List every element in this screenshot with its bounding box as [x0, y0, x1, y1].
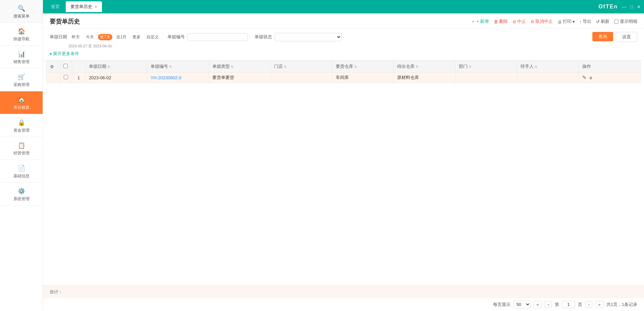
sidebar: 🔍 搜索菜单 🏠 快捷导航 📊 销售管理 🛒 采购管理 🏠 库存核算 🔒 资金管…	[0, 0, 43, 311]
tab-home[interactable]: 首页	[46, 1, 64, 12]
sidebar-item-sales[interactable]: 📊 销售管理	[0, 46, 43, 69]
page-title: 要货单历史	[50, 17, 471, 26]
row-checkbox[interactable]	[60, 73, 72, 83]
status-label: 单据状态	[255, 34, 272, 40]
delete-button[interactable]: 🗑 删除	[494, 18, 508, 25]
expand-icon: ▾	[50, 51, 52, 56]
col-index	[72, 61, 86, 73]
row-more-icon[interactable]: ≡	[589, 75, 592, 81]
system-icon: ⚙️	[18, 187, 25, 195]
window-maximize-btn[interactable]: □	[630, 4, 633, 9]
shortcut-custom[interactable]: 自定义	[145, 34, 161, 40]
date-shortcuts: 昨天 今天 近7天 近1月 更多 自定义	[70, 34, 161, 40]
cancel-label: 取消中止	[535, 18, 553, 25]
shortcut-more[interactable]: 更多	[130, 34, 143, 40]
inventory-icon: 🏠	[18, 96, 25, 103]
col-department[interactable]: 部门⇅	[455, 61, 517, 73]
tab-requisition-label: 要货单历史	[70, 4, 92, 10]
col-doc-date[interactable]: 单据日期⇅	[86, 61, 147, 73]
shortcut-yesterday[interactable]: 昨天	[70, 34, 82, 40]
sidebar-item-finance[interactable]: 🔒 资金管理	[0, 114, 43, 137]
date-filter-group: 单据日期 昨天 今天 近7天 近1月 更多 自定义	[50, 34, 161, 40]
row-store	[270, 73, 332, 83]
new-icon: ＋	[471, 18, 475, 25]
window-minimize-btn[interactable]: —	[622, 4, 626, 9]
stop-button[interactable]: ⊘ 中止	[513, 18, 526, 25]
select-all-checkbox[interactable]	[63, 64, 68, 68]
sidebar-item-operation[interactable]: 📋 经营管理	[0, 137, 43, 160]
col-store[interactable]: 门店⇅	[270, 61, 332, 73]
row-doc-no[interactable]: YH-20230602-0	[147, 73, 209, 83]
expand-filter-btn[interactable]: ▾ 展开更多条件	[50, 51, 637, 57]
setting-button[interactable]: 设置	[616, 32, 637, 42]
expand-label: 展开更多条件	[53, 51, 79, 57]
row-index: 1	[72, 73, 86, 83]
row-doc-date: 2023-06-02	[86, 73, 147, 83]
sidebar-item-quick-nav[interactable]: 🏠 快捷导航	[0, 23, 43, 46]
shortcut-today[interactable]: 今天	[84, 34, 96, 40]
sidebar-item-label: 经营管理	[13, 150, 30, 156]
window-close-btn[interactable]: ✕	[637, 4, 641, 9]
content-area: 要货单历史 ＋ + 新增 🗑 删除 ⊘ 中止 ⊘ 取消中止	[43, 13, 644, 311]
page-size-select[interactable]: 20 50 100	[513, 301, 531, 308]
show-detail-toggle[interactable]: 显示明细	[614, 18, 637, 25]
col-pending-warehouse[interactable]: 待出仓库⇅	[394, 61, 455, 73]
tab-close-icon[interactable]: ✕	[94, 5, 97, 9]
sort-doc-date-icon: ⇅	[107, 65, 110, 69]
main-area: 首页 要货单历史 ✕ OfTEn — □ ✕ 要货单历史 ＋ + 新增 🗑	[43, 0, 644, 311]
tab-requisition-history[interactable]: 要货单历史 ✕	[66, 1, 102, 12]
sidebar-item-basic[interactable]: 📄 基础信息	[0, 160, 43, 183]
sidebar-item-inventory[interactable]: 🏠 库存核算	[0, 91, 43, 114]
show-detail-checkbox[interactable]	[614, 19, 619, 24]
delete-icon: 🗑	[494, 19, 498, 24]
new-button[interactable]: ＋ + 新增	[471, 18, 489, 25]
sort-store-icon: ⇅	[284, 65, 286, 69]
doc-no-input[interactable]	[187, 33, 248, 41]
sidebar-item-label: 销售管理	[13, 59, 30, 65]
print-dropdown-icon[interactable]: ▾	[573, 19, 575, 24]
sidebar-item-label: 采购管理	[13, 82, 30, 88]
shortcut-7days[interactable]: 近7天	[98, 34, 112, 40]
query-button[interactable]: 查询	[592, 32, 613, 41]
sales-icon: 📊	[18, 50, 25, 58]
status-select[interactable]	[275, 33, 342, 41]
refresh-button[interactable]: ↺ 刷新	[596, 18, 609, 25]
sort-doc-no-icon: ⇅	[169, 65, 172, 69]
filter-area: 单据日期 昨天 今天 近7天 近1月 更多 自定义 单据编号	[43, 29, 644, 60]
pagination: 每页显示 20 50 100 « ‹ 第 页 › » 共1页，1条记录	[43, 298, 644, 311]
first-page-btn[interactable]: «	[533, 301, 542, 308]
col-req-warehouse[interactable]: 要货仓库⇅	[332, 61, 394, 73]
col-doc-no[interactable]: 单据编号⇅	[147, 61, 209, 73]
tab-home-label: 首页	[51, 4, 60, 10]
operation-icon: 📋	[18, 142, 25, 149]
row-edit-icon[interactable]: ✎	[582, 75, 587, 81]
col-checkbox	[60, 61, 72, 73]
prev-page-btn[interactable]: ‹	[545, 301, 552, 308]
col-doc-type[interactable]: 单据类型⇅	[209, 61, 270, 73]
sidebar-item-search-menu[interactable]: 🔍 搜索菜单	[0, 0, 43, 23]
row-settings	[47, 73, 60, 83]
col-action: 操作	[579, 61, 641, 73]
search-menu-icon: 🔍	[18, 5, 25, 12]
sidebar-item-purchase[interactable]: 🛒 采购管理	[0, 69, 43, 91]
status-filter-group: 单据状态	[255, 33, 342, 41]
quick-nav-icon: 🏠	[18, 28, 25, 35]
new-label: + 新增	[476, 18, 489, 25]
total-info: 共1页，1条记录	[606, 302, 637, 308]
print-button[interactable]: 🖨 打印 ▾	[557, 18, 575, 25]
col-handler[interactable]: 经手人⇅	[517, 61, 579, 73]
last-page-btn[interactable]: »	[595, 301, 603, 308]
sidebar-item-system[interactable]: ⚙️ 系统管理	[0, 183, 43, 206]
next-page-btn[interactable]: ›	[585, 301, 592, 308]
table-area: ⚙ 单据日期⇅ 单据编号⇅ 单据类型⇅	[43, 60, 644, 285]
shortcut-1month[interactable]: 近1月	[114, 34, 129, 40]
page-size-label: 每页显示	[493, 302, 511, 308]
cancel-stop-button[interactable]: ⊘ 取消中止	[531, 18, 553, 25]
export-label: 导出	[583, 18, 591, 25]
row-req-warehouse: 车间库	[332, 73, 394, 83]
export-button[interactable]: ↑ 导出	[580, 18, 592, 25]
col-settings[interactable]: ⚙	[47, 61, 60, 73]
page-unit: 页	[578, 302, 582, 308]
doc-no-label: 单据编号	[167, 34, 185, 40]
page-number-input[interactable]	[562, 301, 575, 308]
